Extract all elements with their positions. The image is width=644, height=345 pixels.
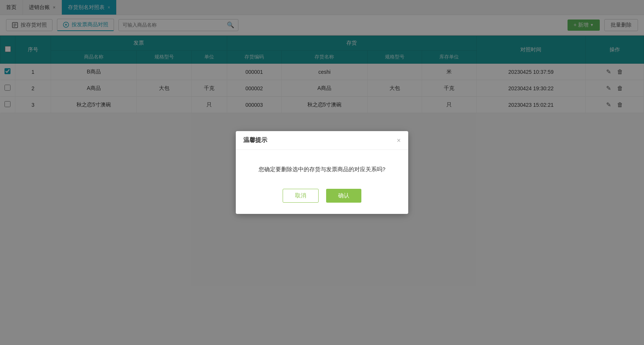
- modal-overlay: 温馨提示 × 您确定要删除选中的存货与发票商品的对应关系吗? 取消 确认: [0, 0, 644, 113]
